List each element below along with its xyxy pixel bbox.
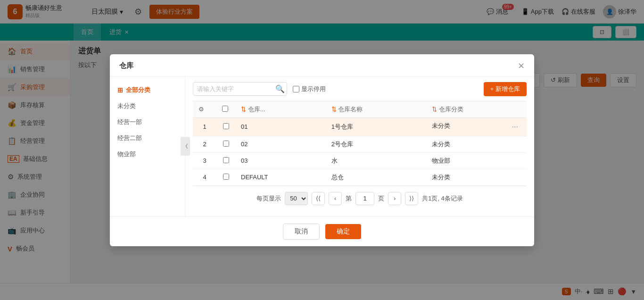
col-header-category: ⇅ 仓库分类: [426, 101, 527, 117]
table-body: 1 01 1号仓库 未分类 ··· 2: [193, 117, 527, 185]
row-4-num: 4: [193, 169, 216, 185]
row-2-name: 2号仓库: [326, 136, 426, 152]
table-row[interactable]: 4 DEFAULT 总仓 未分类: [193, 169, 527, 185]
row-1-num: 1: [193, 117, 216, 136]
per-page-select[interactable]: 50: [285, 192, 308, 205]
all-categories-label: 全部分类: [126, 86, 150, 94]
per-page-label: 每页显示: [256, 194, 281, 203]
modal-close-button[interactable]: ✕: [518, 61, 525, 71]
category-item-uncategorized[interactable]: 未分类: [110, 98, 185, 114]
row-1-check[interactable]: [216, 117, 235, 136]
category-sidebar: ⊞ 全部分类 未分类 经营一部 经营二部 物业部: [110, 76, 185, 217]
table-area: 🔍 显示停用 + 新增仓库: [185, 76, 534, 217]
col-code-label: 仓库...: [248, 106, 265, 113]
category-sidebar-wrap: ⊞ 全部分类 未分类 经营一部 经营二部 物业部: [110, 76, 185, 217]
table-header: ⚙ ⇅ 仓库... ⇅: [193, 101, 527, 117]
modal-overlay: 仓库 ✕ ⊞ 全部分类 未分类 经营一部: [0, 0, 644, 300]
row-2-code: 02: [235, 136, 326, 152]
search-area: 🔍 显示停用: [193, 82, 326, 96]
warehouse-code-sort-icon[interactable]: ⇅: [241, 106, 246, 113]
row-2-num: 2: [193, 136, 216, 152]
warehouse-name-sort-icon[interactable]: ⇅: [331, 106, 337, 113]
pagination: 每页显示 50 ⟨⟨ ‹ 第 页 ›: [193, 186, 527, 211]
row-3-checkbox[interactable]: [223, 157, 229, 163]
modal-body: ⊞ 全部分类 未分类 经营一部 经营二部 物业部: [110, 76, 534, 217]
row-1-name: 1号仓库: [326, 117, 426, 136]
row-4-name: 总仓: [326, 169, 426, 185]
col-header-check: [216, 101, 235, 117]
add-warehouse-button[interactable]: + 新增仓库: [484, 82, 527, 96]
show-disabled-checkbox[interactable]: [293, 86, 299, 92]
last-page-icon: ⟩⟩: [409, 195, 414, 202]
collapse-sidebar-button[interactable]: 《: [181, 137, 190, 156]
row-3-category: 物业部: [426, 152, 527, 169]
show-disabled-label: 显示停用: [301, 85, 326, 93]
prev-page-button[interactable]: ‹: [329, 192, 342, 205]
table-row[interactable]: 2 02 2号仓库 未分类: [193, 136, 527, 152]
row-1-code: 01: [235, 117, 326, 136]
row-3-name: 水: [326, 152, 426, 169]
page-label: 第: [346, 194, 352, 203]
col-header-gear: ⚙: [193, 101, 216, 117]
row-4-category: 未分类: [426, 169, 527, 185]
row-1-checkbox[interactable]: [223, 123, 229, 129]
search-input[interactable]: [197, 85, 272, 92]
first-page-button[interactable]: ⟨⟨: [312, 192, 325, 205]
category-item-property[interactable]: 物业部: [110, 146, 185, 162]
modal-header: 仓库 ✕: [110, 54, 534, 76]
col-name-label: 仓库名称: [338, 106, 363, 113]
row-4-check[interactable]: [216, 169, 235, 185]
table-row[interactable]: 3 03 水 物业部: [193, 152, 527, 169]
select-all-checkbox[interactable]: [222, 106, 228, 112]
cat-ops1-label: 经营一部: [117, 118, 142, 125]
grid-icon: ⊞: [117, 86, 123, 94]
row-1-category: 未分类 ···: [426, 117, 527, 136]
page-number-input[interactable]: [355, 192, 374, 205]
warehouse-cat-sort-icon[interactable]: ⇅: [432, 106, 437, 113]
table-toolbar: 🔍 显示停用 + 新增仓库: [193, 82, 527, 96]
gear-col-icon[interactable]: ⚙: [198, 106, 204, 113]
col-header-code: ⇅ 仓库...: [235, 101, 326, 117]
next-page-icon: ›: [394, 195, 396, 202]
col-header-name: ⇅ 仓库名称: [326, 101, 426, 117]
table-scroll-area: ⚙ ⇅ 仓库... ⇅: [193, 101, 527, 186]
modal-title: 仓库: [119, 61, 133, 70]
warehouse-table: ⚙ ⇅ 仓库... ⇅: [193, 101, 527, 186]
next-page-button[interactable]: ›: [388, 192, 401, 205]
cat-ops2-label: 经营二部: [117, 134, 142, 142]
col-category-label: 仓库分类: [439, 106, 463, 113]
row-3-code: 03: [235, 152, 326, 169]
page-unit-label: 页: [378, 194, 384, 203]
category-item-ops2[interactable]: 经营二部: [110, 130, 185, 146]
first-page-icon: ⟨⟨: [316, 195, 321, 202]
row-2-category: 未分类: [426, 136, 527, 152]
table-row[interactable]: 1 01 1号仓库 未分类 ···: [193, 117, 527, 136]
row-2-checkbox[interactable]: [223, 141, 229, 147]
total-info-label: 共1页, 4条记录: [422, 194, 463, 203]
search-box[interactable]: 🔍: [193, 82, 287, 96]
row-2-check[interactable]: [216, 136, 235, 152]
prev-page-icon: ‹: [334, 195, 336, 202]
row-1-actions-button[interactable]: ···: [509, 122, 521, 132]
warehouse-modal: 仓库 ✕ ⊞ 全部分类 未分类 经营一部: [110, 54, 534, 246]
row-3-check[interactable]: [216, 152, 235, 169]
search-icon[interactable]: 🔍: [275, 84, 285, 93]
cancel-button[interactable]: 取消: [283, 224, 320, 240]
modal-footer: 取消 确定: [110, 217, 534, 246]
confirm-button[interactable]: 确定: [325, 224, 361, 239]
show-disabled-checkbox-area: 显示停用: [293, 85, 326, 93]
all-categories-item[interactable]: ⊞ 全部分类: [110, 82, 185, 98]
row-4-checkbox[interactable]: [223, 174, 229, 180]
category-item-ops1[interactable]: 经营一部: [110, 114, 185, 130]
cat-property-label: 物业部: [117, 150, 136, 158]
cat-uncategorized-label: 未分类: [117, 102, 136, 109]
row-4-code: DEFAULT: [235, 169, 326, 185]
last-page-button[interactable]: ⟩⟩: [405, 192, 418, 205]
row-3-num: 3: [193, 152, 216, 169]
